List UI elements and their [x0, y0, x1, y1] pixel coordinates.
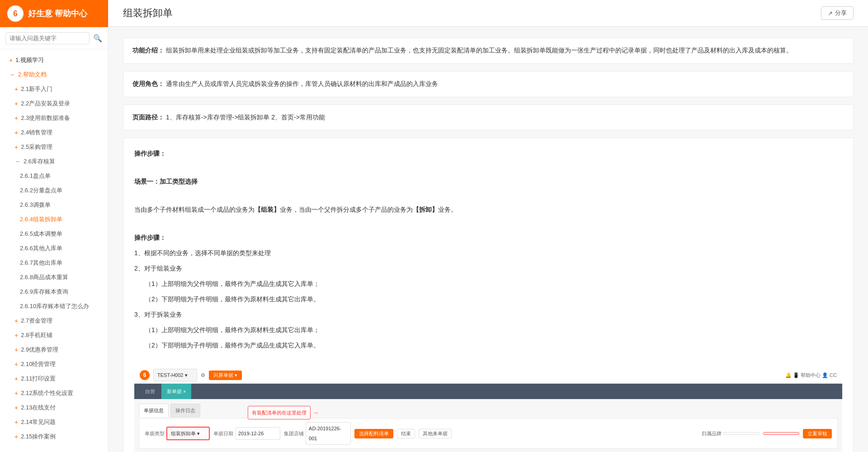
intro-label: 功能介绍：	[132, 47, 164, 54]
ss-nav-new[interactable]: 新单据 ×	[161, 384, 191, 399]
ss-company-selector[interactable]: TEST-H002 ▾	[153, 369, 197, 381]
scene1-title: 场景一：加工类型选择	[134, 175, 842, 188]
role-card: 使用角色： 通常由生产人员或库管人员完成拆装业务的操作，库管人员确认原材料的出库…	[123, 71, 854, 97]
search-box: 🔍	[0, 27, 108, 49]
ss-assembly-list-btn[interactable]: 选择配料清单	[354, 429, 393, 438]
steps-label: 操作步骤：	[134, 231, 842, 244]
sidebar-item-2-12[interactable]: + 2.12系统个性化设置	[0, 386, 108, 400]
sidebar-item-2-9[interactable]: + 2.9优惠券管理	[0, 343, 108, 357]
share-icon: ↗	[828, 10, 833, 17]
sidebar-item-1[interactable]: + 1.视频学习	[0, 53, 108, 67]
ss-date-field: 单据日期 2019-12-26	[213, 427, 280, 440]
sidebar-item-2-1[interactable]: + 2.1新手入门	[0, 82, 108, 96]
ss-sync-icon: ⚙	[201, 370, 205, 380]
ss-nav-ziyingye[interactable]: 自营	[140, 384, 160, 399]
ss-nav: 自营 新单据 ×	[134, 384, 842, 399]
expand-icon: +	[14, 375, 18, 382]
expand-icon: +	[14, 419, 18, 426]
step2-1: （1）上部明细为父件明细，最终作为产成品生成其它入库单；	[134, 277, 842, 290]
sidebar-item-2-6-9[interactable]: 2.6.9库存账本查询	[0, 285, 108, 299]
expand-icon: +	[14, 86, 18, 93]
sidebar-item-2-2[interactable]: + 2.2产品安装及登录	[0, 96, 108, 111]
ss-tab-doc-info[interactable]: 单据信息	[139, 404, 169, 417]
sidebar-item-2-6-5[interactable]: 2.6.5成本调整单	[0, 227, 108, 241]
sidebar-item-2[interactable]: − 2.帮助文档	[0, 67, 108, 82]
expand-icon: +	[14, 129, 18, 136]
ss-doc-type-select[interactable]: 组装拆卸单 ▾	[166, 427, 210, 440]
ss-confirm-btn[interactable]: 立案审核	[803, 429, 832, 438]
app-name: 好生意 帮助中心	[28, 8, 87, 19]
sidebar-item-2-8[interactable]: + 2.8手机旺铺	[0, 328, 108, 343]
scene1-desc: 当由多个子件材料组装成一个成品的业务为【组装】业务，当由一个父件拆分成多个子产品…	[134, 203, 842, 216]
search-button[interactable]: 🔍	[92, 32, 103, 44]
intro-text: 组装拆卸单用来处理企业组装或拆卸等加工业务，支持有固定装配清单的产品加工业务，也…	[166, 47, 793, 54]
steps-title: 操作步骤：	[134, 147, 842, 160]
page-title: 组装拆卸单	[123, 6, 173, 20]
search-input[interactable]	[5, 32, 90, 44]
sidebar-item-2-6-7[interactable]: 2.6.7其他出库单	[0, 256, 108, 270]
sidebar-item-2-4[interactable]: + 2.4销售管理	[0, 125, 108, 140]
main-area: 组装拆卸单 ↗ 分享 功能介绍： 组装拆卸单用来处理企业组装或拆卸等加工业务，支…	[108, 0, 868, 452]
path-text: 1、库存核算->库存管理->组装拆卸单 2、首页->常用功能	[166, 114, 325, 121]
expand-icon: +	[14, 317, 18, 324]
sidebar-item-2-7[interactable]: + 2.7资金管理	[0, 314, 108, 328]
ss-other-btn[interactable]: 其他来单据	[419, 429, 452, 438]
ss-form-bar: 单据类型 组装拆卸单 ▾ 单据日期 2019-12-26 集团店铺 AD-201…	[139, 418, 838, 449]
ss-store-field: 集团店铺 AD-20191226-001	[284, 422, 351, 445]
expand-icon: +	[14, 143, 18, 151]
sidebar-item-2-3[interactable]: + 2.3使用前数据准备	[0, 111, 108, 125]
step3-2: （2）下部明细为子件明细，最终作为产成品生成其它入库单。	[134, 339, 842, 352]
sidebar-item-2-6-8[interactable]: 2.6.8商品成本重算	[0, 270, 108, 285]
app-logo: 6	[7, 5, 24, 22]
expand-icon: +	[9, 57, 13, 64]
ss-shopname-input[interactable]	[763, 432, 799, 435]
sidebar-item-2-10[interactable]: + 2.10经营管理	[0, 357, 108, 371]
annotation-assembly: 有装配清单的在这里处理	[248, 406, 311, 419]
expand-icon: +	[14, 114, 18, 122]
ss-date-input[interactable]: 2019-12-26	[235, 427, 280, 440]
sidebar-item-2-6-3[interactable]: 2.6.3调拨单	[0, 198, 108, 212]
sidebar-item-2-6-1[interactable]: 2.6.1盘点单	[0, 169, 108, 183]
step2-2: （2）下部明细为子件明细，最终作为原材料生成其它出库单。	[134, 293, 842, 305]
intro-card: 功能介绍： 组装拆卸单用来处理企业组装或拆卸等加工业务，支持有固定装配清单的产品…	[123, 38, 854, 64]
expand-icon: +	[14, 346, 18, 353]
expand-icon: +	[14, 404, 18, 411]
expand-icon: +	[14, 332, 18, 339]
path-card: 页面路径： 1、库存核算->库存管理->组装拆卸单 2、首页->常用功能	[123, 105, 854, 131]
sidebar-item-2-5[interactable]: + 2.5采购管理	[0, 140, 108, 154]
ss-tab-log[interactable]: 操作日志	[170, 404, 200, 417]
steps-section: 操作步骤： 场景一：加工类型选择 当由多个子件材料组装成一个成品的业务为【组装】…	[123, 138, 854, 452]
expand-icon: +	[14, 433, 18, 440]
ss-brand-field: 归属品牌	[702, 428, 760, 438]
sidebar-item-2-6-4[interactable]: 2.6.4组装拆卸单	[0, 212, 108, 227]
sidebar-item-2-11[interactable]: + 2.11打印设置	[0, 371, 108, 386]
sidebar-item-2-14[interactable]: + 2.14常见问题	[0, 415, 108, 429]
sidebar-header: 6 好生意 帮助中心	[0, 0, 108, 27]
main-header: 组装拆卸单 ↗ 分享	[108, 0, 868, 27]
sidebar-item-2-6-6[interactable]: 2.6.6其他入库单	[0, 241, 108, 256]
ss-form-area: 单据信息 操作日志 单据类型 组装拆卸单 ▾ 单据日期 2019-12-26	[134, 399, 842, 452]
ss-brand-input[interactable]	[723, 432, 760, 435]
share-button[interactable]: ↗ 分享	[821, 6, 854, 20]
ss-store-input[interactable]: AD-20191226-001	[306, 422, 351, 445]
ss-end-btn[interactable]: 结束	[397, 429, 415, 438]
ss-shopname-field	[763, 432, 799, 435]
screenshot-container: 6 TEST-H002 ▾ ⚙ 闪屏单据 ▾ 🔔 📱 帮助中心 👤 CC 自营 …	[134, 367, 842, 452]
role-text: 通常由生产人员或库管人员完成拆装业务的操作，库管人员确认原材料的出库和产成品的入…	[166, 80, 438, 87]
sidebar-item-2-6-2[interactable]: 2.6.2分量盘点单	[0, 183, 108, 198]
collapse-icon: −	[9, 71, 15, 78]
sidebar-item-2-6-10[interactable]: 2.6.10库存账本错了怎么办	[0, 299, 108, 314]
sidebar-item-2-6[interactable]: − 2.6库存核算	[0, 154, 108, 169]
sidebar-item-2-15[interactable]: + 2.15操作案例	[0, 429, 108, 444]
ss-topbar-icons: 🔔 📱 帮助中心 👤 CC	[785, 370, 837, 380]
collapse-icon: −	[14, 158, 21, 165]
step1: 1、根据不同的业务，选择不同单据的类型来处理	[134, 247, 842, 259]
ss-doc-type-field: 单据类型 组装拆卸单 ▾	[145, 427, 210, 440]
ss-new-doc-btn[interactable]: 闪屏单据 ▾	[209, 371, 242, 380]
expand-icon: +	[14, 100, 18, 107]
annotation-arrow1: →	[312, 406, 319, 419]
nav-tree: + 1.视频学习 − 2.帮助文档 + 2.1新手入门 + 2.2产品安装及登录…	[0, 49, 108, 452]
step3-1: （1）上部明细为父件明细，最终作为原材料生成其它出库单；	[134, 324, 842, 336]
sidebar-item-2-13[interactable]: + 2.13在线支付	[0, 400, 108, 415]
step2: 2、对于组装业务	[134, 262, 842, 275]
